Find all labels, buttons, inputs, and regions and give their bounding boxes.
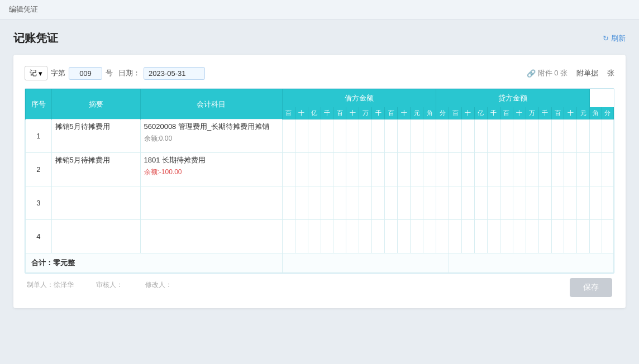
- debit-digit-3-12[interactable]: [436, 220, 449, 253]
- credit-digit-3-10[interactable]: [577, 220, 590, 253]
- debit-digit-1-5[interactable]: [346, 153, 359, 186]
- debit-digit-3-7[interactable]: [372, 220, 385, 253]
- credit-digit-3-6[interactable]: [526, 220, 538, 253]
- debit-digit-2-5[interactable]: [346, 186, 359, 220]
- credit-digit-2-1[interactable]: [461, 186, 474, 220]
- debit-digit-2-2[interactable]: [308, 186, 321, 220]
- cell-summary-2[interactable]: [51, 186, 140, 220]
- debit-digit-1-9[interactable]: [398, 153, 411, 186]
- credit-digit-3-12[interactable]: [602, 220, 613, 253]
- debit-digit-2-6[interactable]: [359, 186, 372, 220]
- debit-digit-1-0[interactable]: [282, 153, 295, 186]
- credit-digit-0-11[interactable]: [590, 119, 602, 153]
- credit-digit-0-4[interactable]: [500, 119, 513, 153]
- cell-account-3[interactable]: [140, 220, 282, 253]
- credit-digit-1-4[interactable]: [500, 153, 513, 186]
- credit-digit-3-0[interactable]: [449, 220, 462, 253]
- debit-digit-2-7[interactable]: [372, 186, 385, 220]
- debit-digit-0-5[interactable]: [346, 119, 359, 153]
- credit-digit-3-1[interactable]: [461, 220, 474, 253]
- credit-digit-2-2[interactable]: [474, 186, 487, 220]
- debit-digit-3-6[interactable]: [359, 220, 372, 253]
- credit-digit-0-2[interactable]: [474, 119, 487, 153]
- credit-digit-1-5[interactable]: [513, 153, 526, 186]
- debit-digit-3-2[interactable]: [308, 220, 321, 253]
- debit-digit-0-1[interactable]: [295, 119, 308, 153]
- credit-digit-1-1[interactable]: [461, 153, 474, 186]
- debit-digit-1-10[interactable]: [411, 153, 423, 186]
- credit-digit-2-5[interactable]: [513, 186, 526, 220]
- debit-digit-2-11[interactable]: [423, 186, 436, 220]
- credit-digit-3-2[interactable]: [474, 220, 487, 253]
- credit-digit-2-12[interactable]: [602, 186, 613, 220]
- debit-digit-3-10[interactable]: [411, 220, 423, 253]
- credit-digit-2-8[interactable]: [551, 186, 564, 220]
- credit-digit-1-11[interactable]: [590, 153, 602, 186]
- credit-digit-3-9[interactable]: [564, 220, 577, 253]
- credit-digit-2-10[interactable]: [577, 186, 590, 220]
- debit-digit-1-12[interactable]: [436, 153, 449, 186]
- credit-digit-0-9[interactable]: [564, 119, 577, 153]
- credit-digit-0-12[interactable]: [602, 119, 613, 153]
- credit-digit-2-6[interactable]: [526, 186, 538, 220]
- credit-digit-1-8[interactable]: [551, 153, 564, 186]
- debit-digit-3-11[interactable]: [423, 220, 436, 253]
- credit-digit-0-0[interactable]: [449, 119, 462, 153]
- credit-digit-2-7[interactable]: [538, 186, 551, 220]
- debit-digit-3-4[interactable]: [333, 220, 346, 253]
- debit-digit-1-2[interactable]: [308, 153, 321, 186]
- voucher-type-button[interactable]: 记 ▾: [25, 66, 47, 80]
- credit-digit-0-3[interactable]: [487, 119, 500, 153]
- date-input[interactable]: [144, 67, 205, 80]
- debit-digit-1-4[interactable]: [333, 153, 346, 186]
- credit-digit-3-11[interactable]: [590, 220, 602, 253]
- cell-account-2[interactable]: [140, 186, 282, 220]
- credit-digit-0-6[interactable]: [526, 119, 538, 153]
- debit-digit-2-3[interactable]: [321, 186, 333, 220]
- credit-digit-1-9[interactable]: [564, 153, 577, 186]
- credit-digit-1-3[interactable]: [487, 153, 500, 186]
- credit-digit-3-7[interactable]: [538, 220, 551, 253]
- debit-digit-1-1[interactable]: [295, 153, 308, 186]
- debit-digit-3-1[interactable]: [295, 220, 308, 253]
- debit-digit-3-8[interactable]: [385, 220, 398, 253]
- debit-digit-3-3[interactable]: [321, 220, 333, 253]
- credit-digit-0-8[interactable]: [551, 119, 564, 153]
- credit-digit-2-3[interactable]: [487, 186, 500, 220]
- cell-account-0[interactable]: 56020008 管理费用_长期待摊费用摊销余额:0.00: [140, 119, 282, 153]
- debit-digit-1-6[interactable]: [359, 153, 372, 186]
- cell-summary-1[interactable]: 摊销5月待摊费用: [51, 153, 140, 186]
- debit-digit-2-12[interactable]: [436, 186, 449, 220]
- credit-digit-3-4[interactable]: [500, 220, 513, 253]
- credit-digit-1-7[interactable]: [538, 153, 551, 186]
- voucher-number-input[interactable]: [69, 67, 102, 80]
- debit-digit-0-7[interactable]: [372, 119, 385, 153]
- credit-digit-3-3[interactable]: [487, 220, 500, 253]
- debit-digit-2-0[interactable]: [282, 186, 295, 220]
- credit-digit-2-0[interactable]: [449, 186, 462, 220]
- attachments-link[interactable]: 🔗 附件 0 张: [527, 68, 568, 78]
- debit-digit-0-12[interactable]: [436, 119, 449, 153]
- credit-digit-2-9[interactable]: [564, 186, 577, 220]
- save-button[interactable]: 保存: [570, 278, 612, 297]
- debit-digit-0-0[interactable]: [282, 119, 295, 153]
- credit-digit-1-2[interactable]: [474, 153, 487, 186]
- credit-digit-0-7[interactable]: [538, 119, 551, 153]
- debit-digit-2-9[interactable]: [398, 186, 411, 220]
- credit-digit-1-12[interactable]: [602, 153, 613, 186]
- credit-digit-2-4[interactable]: [500, 186, 513, 220]
- credit-digit-1-0[interactable]: [449, 153, 462, 186]
- attach-dan-button[interactable]: 附单据: [576, 68, 598, 78]
- debit-digit-0-6[interactable]: [359, 119, 372, 153]
- credit-digit-0-5[interactable]: [513, 119, 526, 153]
- debit-digit-3-5[interactable]: [346, 220, 359, 253]
- cell-summary-0[interactable]: 摊销5月待摊费用: [51, 119, 140, 153]
- credit-digit-1-6[interactable]: [526, 153, 538, 186]
- cell-account-1[interactable]: 1801 长期待摊费用余额:-100.00: [140, 153, 282, 186]
- credit-digit-1-10[interactable]: [577, 153, 590, 186]
- debit-digit-1-3[interactable]: [321, 153, 333, 186]
- debit-digit-2-10[interactable]: [411, 186, 423, 220]
- debit-digit-0-9[interactable]: [398, 119, 411, 153]
- debit-digit-1-7[interactable]: [372, 153, 385, 186]
- debit-digit-2-4[interactable]: [333, 186, 346, 220]
